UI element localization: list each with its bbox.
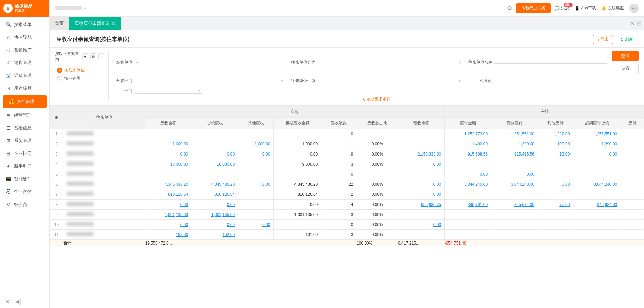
scheme-by-customer[interactable]: ⊙ 按往来单位 bbox=[55, 66, 104, 74]
th-settings[interactable]: ⚙ bbox=[50, 106, 63, 129]
settings-button[interactable]: 设置 bbox=[612, 63, 639, 74]
salesperson-input[interactable]: ··· bbox=[494, 77, 639, 84]
settlement-unit-input[interactable]: ··· bbox=[135, 59, 284, 66]
sidebar-item-member-label: 畅会员 bbox=[14, 202, 27, 208]
scheme-staff-icon: ○ bbox=[57, 76, 62, 81]
th-ar-count: 应收笔数 bbox=[321, 118, 357, 129]
tab-bar: 首页 应收应付余额查询 ✕ ✕ ⊡ bbox=[50, 17, 644, 30]
filter-section: 按以下方案查询 + ⚙ « ⊙ 按往来单位 ○ 按业务员 bbox=[50, 48, 644, 106]
sidebar-item-search[interactable]: 🔍 搜索菜单 bbox=[0, 18, 49, 31]
add-scheme-button[interactable]: + bbox=[82, 53, 88, 60]
sidebar: 6 畅捷通易 标准版 🔍 搜索菜单 ⌂ 快捷导航 ◎ 营销推广 ☆ 销售管理 🛒… bbox=[0, 0, 50, 308]
gear-icon[interactable]: ⚙ bbox=[507, 5, 512, 11]
dept-manager-label: 分管部门 bbox=[114, 78, 132, 84]
logo-text: 畅捷通易 标准版 bbox=[15, 4, 32, 13]
th-ap-loan: 贷款应付 bbox=[491, 118, 538, 129]
basicinfo-icon: ☰ bbox=[5, 125, 11, 131]
sidebar-item-sales-label: 销售管理 bbox=[14, 60, 32, 66]
home-icon: ⌂ bbox=[5, 35, 11, 40]
sidebar-item-sales[interactable]: ☆ 销售管理 bbox=[0, 56, 49, 69]
filter-settlement-unit: 结算单位 ··· bbox=[114, 51, 284, 74]
export-label: 导出 bbox=[601, 37, 609, 42]
footer-ar-amount[interactable]: 19,553,472.6... bbox=[145, 240, 192, 246]
settlement-unit-label: 结算单位 bbox=[114, 60, 132, 65]
tabs-right: ✕ ⊡ bbox=[630, 20, 644, 27]
user-avatar[interactable]: Rit bbox=[629, 4, 639, 13]
scheme-by-staff[interactable]: ○ 按业务员 bbox=[55, 74, 104, 83]
sidebar-item-purchase[interactable]: 🛒 采购管理 bbox=[0, 69, 49, 82]
dept-caret: ▾ bbox=[281, 79, 283, 83]
sidebar-item-guide[interactable]: ✦ 新手引导 bbox=[0, 160, 49, 173]
dept-manager-select[interactable]: ▾ bbox=[135, 78, 284, 84]
sidebar-item-corp[interactable]: ⊟ 企业协同 bbox=[0, 147, 49, 160]
sidebar-item-wechat[interactable]: 💬 企业微信 bbox=[0, 185, 49, 198]
filter-dept-manager: 分管部门 ▾ bbox=[114, 77, 284, 84]
sidebar-settings-icon[interactable]: ⚙ bbox=[5, 298, 10, 305]
sidebar-item-basicinfo[interactable]: ☰ 基础信息 bbox=[0, 122, 49, 134]
export-button[interactable]: ↑ 导出 bbox=[593, 35, 613, 44]
customer-name-label: 往来单位名称 bbox=[468, 60, 492, 65]
th-ar-ratio: 应收款占比 bbox=[357, 118, 398, 129]
tab-home-label: 首页 bbox=[55, 20, 64, 27]
online-service-button[interactable]: 🔔 在线客服 bbox=[601, 5, 624, 11]
scheme-settings-icon[interactable]: ⚙ bbox=[90, 53, 96, 60]
sidebar-item-operation[interactable]: ≡ 经营管理 bbox=[0, 109, 49, 122]
th-ap-amount: 应付金额 bbox=[445, 118, 491, 129]
footer-ap-loan bbox=[491, 240, 538, 246]
sidebar-item-marketing-label: 营销推广 bbox=[14, 47, 32, 53]
footer-ar-count bbox=[321, 240, 357, 246]
dept-select[interactable]: ▾ bbox=[135, 88, 202, 94]
customer-category-select[interactable]: ▾ bbox=[317, 59, 462, 65]
header-right: 💬 消息 99+ 📱 App下载 🔔 在线客服 Rit bbox=[555, 4, 639, 13]
action-buttons: 查询 设置 bbox=[612, 51, 639, 74]
sidebar-item-member[interactable]: V 畅会员 bbox=[0, 198, 49, 211]
sidebar-item-finance[interactable]: 💰 资金管理 bbox=[3, 95, 47, 108]
app-download-button[interactable]: 📱 App下载 bbox=[575, 5, 596, 11]
sidebar-item-system-label: 系统管理 bbox=[14, 138, 32, 144]
sidebar-item-operation-label: 经营管理 bbox=[14, 112, 32, 118]
table-row: 500.000.00 bbox=[50, 169, 644, 179]
footer-ap-extra bbox=[621, 240, 644, 246]
sidebar-item-marketing[interactable]: ◎ 营销推广 bbox=[0, 44, 49, 56]
dept-dropdown-caret: ▾ bbox=[199, 89, 200, 92]
messages-button[interactable]: 💬 消息 99+ bbox=[555, 5, 569, 11]
user-name: Rit bbox=[632, 6, 636, 10]
filter-customer-nature: 往来单位性质 ▾ bbox=[291, 77, 462, 84]
breadcrumb: ▾ bbox=[55, 6, 502, 11]
sidebar-item-hardware[interactable]: 📟 智能硬件 bbox=[0, 173, 49, 185]
refresh-label: 刷新 bbox=[625, 37, 633, 42]
sidebar-item-quicknav[interactable]: ⌂ 快捷导航 bbox=[0, 31, 49, 44]
footer-ar-advance: 6,417,215.... bbox=[398, 240, 445, 246]
tab-close-icon[interactable]: ✕ bbox=[112, 21, 116, 26]
hardware-icon: 📟 bbox=[5, 176, 11, 182]
refresh-button[interactable]: ↻ 刷新 bbox=[616, 35, 637, 44]
scheme-by-customer-label: 按往来单位 bbox=[64, 67, 85, 73]
filter-customer-name: 往来单位名称 查询 设置 bbox=[468, 51, 639, 74]
footer-ap-amount[interactable]: -654,751.40 bbox=[445, 240, 491, 246]
tab-arquery[interactable]: 应收应付余额查询 ✕ bbox=[69, 17, 121, 30]
download-icon: 📱 bbox=[575, 6, 580, 11]
search-icon: 🔍 bbox=[5, 22, 11, 27]
sidebar-item-warehouse[interactable]: ⊡ 库存核算 bbox=[0, 82, 49, 95]
tab-home[interactable]: 首页 bbox=[50, 17, 69, 30]
th-ar-other: 其他应收 bbox=[238, 118, 274, 129]
collapse-more-button[interactable]: ∧ 收起更多条件 bbox=[114, 96, 639, 102]
query-button[interactable]: 查询 bbox=[612, 51, 639, 61]
warehouse-icon: ⊡ bbox=[5, 86, 11, 91]
scheme-collapse-icon[interactable]: « bbox=[98, 53, 104, 60]
customer-nature-select[interactable]: ▾ bbox=[317, 78, 462, 84]
tab-close-window-icon[interactable]: ✕ bbox=[630, 20, 634, 27]
tab-maximize-icon[interactable]: ⊡ bbox=[637, 20, 641, 27]
table-settings-icon[interactable]: ⚙ bbox=[55, 115, 58, 120]
solution-button[interactable]: 体验行业方案 bbox=[516, 3, 551, 13]
sidebar-footer: ⚙ ◀‖ bbox=[0, 295, 49, 308]
sidebar-collapse-icon[interactable]: ◀‖ bbox=[15, 298, 22, 305]
table-row: 11152.00152.00101.0030.00% bbox=[50, 230, 644, 240]
page-header: 应收应付余额查询(按往来单位) ↑ 导出 ↻ 刷新 bbox=[50, 30, 644, 48]
customer-name-input[interactable] bbox=[494, 61, 607, 64]
breadcrumb-arrow: ▾ bbox=[84, 6, 86, 11]
sidebar-item-system[interactable]: ⊞ 系统管理 bbox=[0, 134, 49, 147]
sidebar-item-finance-label: 资金管理 bbox=[17, 99, 34, 105]
page-container: 应收应付余额查询(按往来单位) ↑ 导出 ↻ 刷新 按以下方案查询 + ⚙ bbox=[50, 30, 644, 308]
messages-badge: 99+ bbox=[564, 3, 573, 7]
